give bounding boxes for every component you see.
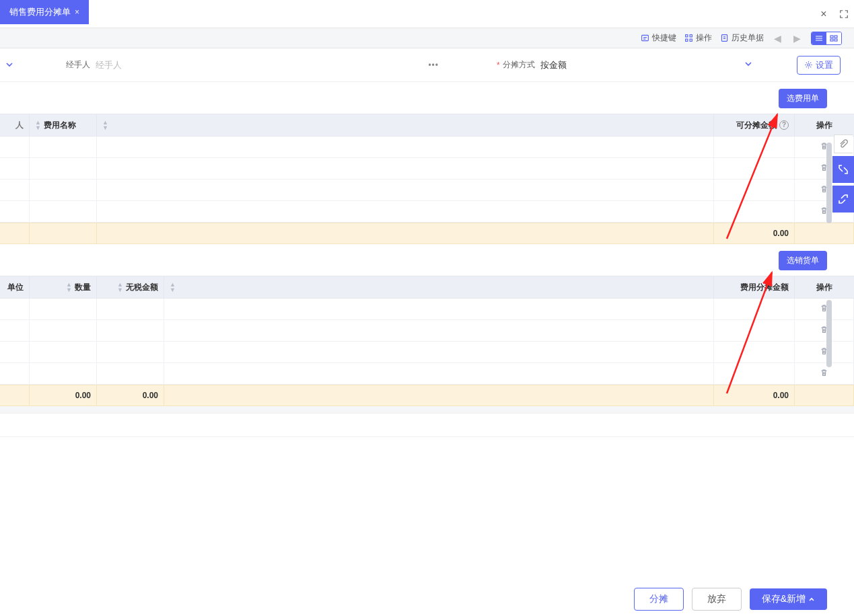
table-row xyxy=(0,158,854,180)
history-link[interactable]: 历史单据 xyxy=(720,32,764,44)
total-notax: 0.00 xyxy=(97,385,164,406)
th-qty[interactable]: ▲▼数量 xyxy=(30,276,97,298)
svg-rect-0 xyxy=(642,35,649,40)
save-new-button[interactable]: 保存&新增 xyxy=(750,588,827,610)
svg-rect-6 xyxy=(830,36,833,38)
operate-link[interactable]: 操作 xyxy=(684,32,712,44)
handler-field: 经手人 ••• xyxy=(66,59,443,71)
fullscreen-icon[interactable] xyxy=(834,4,854,24)
expense-tfoot: 0.00 xyxy=(0,223,854,244)
shortcut-link[interactable]: 快捷键 xyxy=(641,32,676,44)
history-label: 历史单据 xyxy=(732,32,764,44)
method-field: * 分摊方式 xyxy=(463,59,777,71)
expand-out-icon[interactable] xyxy=(832,156,854,183)
required-mark: * xyxy=(497,61,500,70)
next-doc-icon[interactable]: ▶ xyxy=(791,33,803,44)
toolbar: 快捷键 操作 历史单据 ◀ ▶ xyxy=(0,28,854,48)
select-expense-button[interactable]: 选费用单 xyxy=(779,89,827,108)
svg-rect-5 xyxy=(721,35,727,42)
expense-table: 人 ▲▼费用名称 ▲▼ 可分摊金额? 操作 0.00 xyxy=(0,114,854,244)
total-allocatable: 0.00 xyxy=(714,223,795,243)
svg-rect-2 xyxy=(690,35,692,37)
sales-table: 单位 ▲▼数量 ▲▼无税金额 ▲▼ 费用分摊金额 操作 0.00 0.00 0.… xyxy=(0,276,854,406)
tabbar-right: × xyxy=(814,0,854,28)
svg-rect-8 xyxy=(830,39,833,41)
table-row xyxy=(0,201,854,223)
handler-input[interactable] xyxy=(96,60,351,70)
tab-active[interactable]: 销售费用分摊单 × xyxy=(0,0,89,24)
svg-rect-3 xyxy=(686,39,688,41)
table-row xyxy=(0,342,854,363)
operate-label: 操作 xyxy=(696,32,712,44)
tab-bar: 销售费用分摊单 × × xyxy=(0,0,854,28)
method-label: 分摊方式 xyxy=(503,59,535,71)
th-alloc-amount: 费用分摊金额 xyxy=(714,276,795,298)
help-icon[interactable]: ? xyxy=(779,120,789,130)
tab-title: 销售费用分摊单 xyxy=(9,6,71,18)
expand-in-icon[interactable] xyxy=(832,186,854,213)
expense-section: 选费用单 人 ▲▼费用名称 ▲▼ 可分摊金额? 操作 0.00 xyxy=(0,82,854,244)
close-tab-icon[interactable]: × xyxy=(75,7,79,17)
table-row xyxy=(0,320,854,342)
table-row xyxy=(0,363,854,385)
handler-label: 经手人 xyxy=(66,59,90,71)
side-rail xyxy=(832,134,854,213)
method-input[interactable] xyxy=(540,60,742,70)
form-row: 经手人 ••• * 分摊方式 设置 xyxy=(0,48,854,82)
shortcut-label: 快捷键 xyxy=(652,32,676,44)
th-notax[interactable]: ▲▼无税金额 xyxy=(97,276,164,298)
svg-rect-4 xyxy=(690,39,692,41)
method-dropdown-icon[interactable] xyxy=(740,60,756,70)
view-grid-icon[interactable] xyxy=(826,32,841,44)
th-expense-name[interactable]: ▲▼费用名称 xyxy=(30,114,97,136)
footer: 分摊 放弃 保存&新增 xyxy=(0,582,854,616)
handler-more-icon[interactable]: ••• xyxy=(424,61,443,70)
svg-rect-1 xyxy=(686,35,688,37)
svg-rect-7 xyxy=(834,36,837,38)
table-row xyxy=(0,180,854,201)
prev-doc-icon[interactable]: ◀ xyxy=(772,33,783,44)
delete-row-icon[interactable] xyxy=(820,369,828,379)
th-op2: 操作 xyxy=(795,276,854,298)
svg-point-10 xyxy=(808,64,810,67)
save-new-label: 保存&新增 xyxy=(762,593,806,605)
table-row xyxy=(0,299,854,320)
allocate-button[interactable]: 分摊 xyxy=(634,588,684,611)
total-alloc: 0.00 xyxy=(714,385,795,406)
view-toggle xyxy=(811,32,842,45)
scrollbar[interactable] xyxy=(826,143,832,223)
table-row xyxy=(0,137,854,158)
th-unit: 单位 xyxy=(0,276,30,298)
spacer-block xyxy=(0,413,854,437)
expense-thead: 人 ▲▼费用名称 ▲▼ 可分摊金额? 操作 xyxy=(0,114,854,137)
discard-button[interactable]: 放弃 xyxy=(692,588,742,611)
attachment-icon[interactable] xyxy=(834,134,853,153)
sales-section: 选销货单 单位 ▲▼数量 ▲▼无税金额 ▲▼ 费用分摊金额 操作 0.00 0.… xyxy=(0,244,854,406)
th-col-left: 人 xyxy=(0,114,30,136)
view-list-icon[interactable] xyxy=(812,32,826,44)
svg-rect-9 xyxy=(834,39,837,41)
chevron-up-icon xyxy=(808,596,815,603)
sales-thead: 单位 ▲▼数量 ▲▼无税金额 ▲▼ 费用分摊金额 操作 xyxy=(0,276,854,299)
th-blank2[interactable]: ▲▼ xyxy=(164,276,714,298)
settings-button[interactable]: 设置 xyxy=(797,56,841,75)
collapse-form-icon[interactable] xyxy=(0,60,19,71)
settings-label: 设置 xyxy=(816,59,833,71)
th-op: 操作 xyxy=(795,114,854,136)
sales-tfoot: 0.00 0.00 0.00 xyxy=(0,385,854,406)
th-blank[interactable]: ▲▼ xyxy=(97,114,714,136)
select-sales-button[interactable]: 选销货单 xyxy=(779,251,827,270)
th-allocatable-amount[interactable]: 可分摊金额? xyxy=(714,114,795,136)
divider xyxy=(0,406,854,413)
scrollbar[interactable] xyxy=(826,300,832,367)
total-qty: 0.00 xyxy=(30,385,97,406)
close-window-icon[interactable]: × xyxy=(814,4,834,24)
